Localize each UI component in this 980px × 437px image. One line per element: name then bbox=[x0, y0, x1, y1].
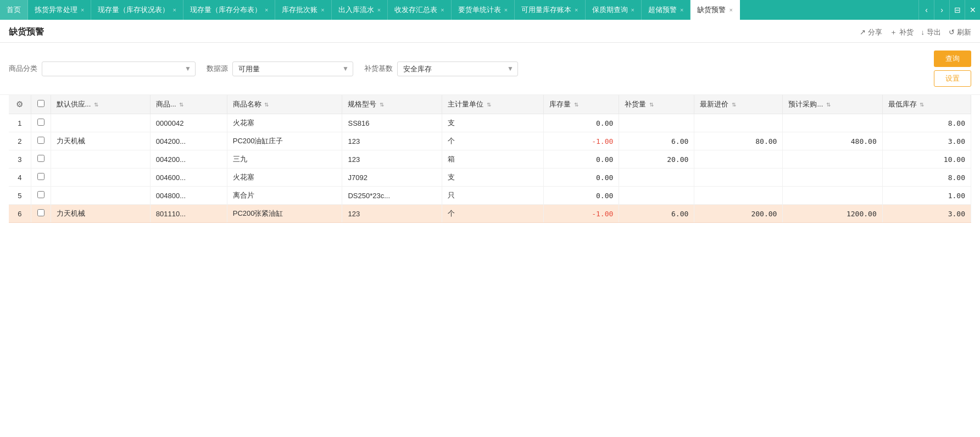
share-button[interactable]: ↗ 分享 bbox=[860, 27, 882, 37]
tab-overstock[interactable]: 超储预警 × bbox=[642, 0, 691, 20]
td-row-num: 5 bbox=[9, 187, 31, 205]
close-tab-recv-summary[interactable]: × bbox=[441, 7, 444, 13]
td-supplier bbox=[51, 187, 150, 205]
tab-nav-buttons: ‹ › ⊟ ✕ bbox=[918, 0, 980, 20]
th-supplier[interactable]: 默认供应... ⇅ bbox=[51, 95, 150, 114]
tab-scroll-prev[interactable]: ‹ bbox=[918, 0, 934, 20]
th-replenish-qty[interactable]: 补货量 ⇅ bbox=[619, 95, 694, 114]
th-unit[interactable]: 主计量单位 ⇅ bbox=[442, 95, 544, 114]
row-checkbox-0[interactable] bbox=[37, 119, 44, 126]
tab-scroll-next[interactable]: › bbox=[934, 0, 949, 20]
close-tab-shortage[interactable]: × bbox=[729, 7, 732, 13]
td-supplier bbox=[51, 169, 150, 187]
query-button[interactable]: 查询 bbox=[934, 51, 971, 67]
td-est-purchase bbox=[783, 187, 882, 205]
td-row-num: 3 bbox=[9, 150, 31, 169]
supplier-sort-icon: ⇅ bbox=[94, 102, 98, 108]
td-product-name: 三九 bbox=[227, 150, 342, 169]
data-table: ⚙ 默认供应... ⇅ 商品... ⇅ 商品名称 ⇅ bbox=[9, 95, 971, 223]
td-supplier bbox=[51, 114, 150, 132]
settings-button[interactable]: 设置 bbox=[934, 70, 971, 87]
replenish-base-select[interactable]: 安全库存 最低库存 bbox=[397, 61, 518, 76]
td-latest-price: 200.00 bbox=[694, 205, 783, 223]
td-row-num: 1 bbox=[9, 114, 31, 132]
tab-batch-account[interactable]: 库存批次账 × bbox=[275, 0, 331, 20]
close-tab-defect-handle[interactable]: × bbox=[81, 7, 84, 13]
table-row: 4 004600... 火花塞 J7092 支 0.00 8.00 bbox=[9, 169, 971, 187]
th-product-name[interactable]: 商品名称 ⇅ bbox=[227, 95, 342, 114]
td-spec: 123 bbox=[342, 132, 442, 150]
td-min-stock: 3.00 bbox=[882, 205, 971, 223]
tab-in-out-flow[interactable]: 出入库流水 × bbox=[332, 0, 388, 20]
table-header-row: ⚙ 默认供应... ⇅ 商品... ⇅ 商品名称 ⇅ bbox=[9, 95, 971, 114]
tab-restore[interactable]: ⊟ bbox=[949, 0, 965, 20]
close-tab-avail-ledger[interactable]: × bbox=[575, 7, 578, 13]
row-checkbox-1[interactable] bbox=[37, 137, 44, 144]
refresh-button[interactable]: ↺ 刷新 bbox=[949, 27, 971, 37]
td-stock: 0.00 bbox=[544, 114, 619, 132]
replenish-button[interactable]: ＋ 补货 bbox=[890, 27, 914, 37]
tab-order-stats[interactable]: 要货单统计表 × bbox=[452, 0, 515, 20]
tab-recv-summary[interactable]: 收发存汇总表 × bbox=[388, 0, 451, 20]
td-latest-price bbox=[694, 169, 783, 187]
tab-shortage[interactable]: 缺货预警 × bbox=[691, 0, 739, 20]
category-filter-group: 商品分类 ▼ bbox=[9, 61, 196, 76]
th-settings[interactable]: ⚙ bbox=[9, 95, 31, 114]
th-latest-price[interactable]: 最新进价 ⇅ bbox=[694, 95, 783, 114]
td-min-stock: 8.00 bbox=[882, 114, 971, 132]
td-unit: 支 bbox=[442, 114, 544, 132]
td-est-purchase: 1200.00 bbox=[783, 205, 882, 223]
th-spec[interactable]: 规格型号 ⇅ bbox=[342, 95, 442, 114]
table-row: 1 0000042 火花塞 SS816 支 0.00 8.00 bbox=[9, 114, 971, 132]
th-stock[interactable]: 库存量 ⇅ bbox=[544, 95, 619, 114]
row-checkbox-5[interactable] bbox=[37, 209, 44, 216]
tab-close-all[interactable]: ✕ bbox=[965, 0, 980, 20]
header-actions: ↗ 分享 ＋ 补货 ↓ 导出 ↺ 刷新 bbox=[860, 27, 972, 37]
td-checkbox[interactable] bbox=[31, 187, 51, 205]
td-checkbox[interactable] bbox=[31, 205, 51, 223]
table-row: 6 力天机械 801110... PC200张紧油缸 123 个 -1.00 6… bbox=[9, 205, 971, 223]
export-button[interactable]: ↓ 导出 bbox=[921, 27, 942, 37]
table-body: 1 0000042 火花塞 SS816 支 0.00 8.00 2 力天机械 0… bbox=[9, 114, 971, 223]
datasource-select[interactable]: 可用量 库存量 bbox=[232, 61, 353, 76]
td-supplier: 力天机械 bbox=[51, 132, 150, 150]
td-replenish-qty: 6.00 bbox=[619, 205, 694, 223]
td-checkbox[interactable] bbox=[31, 169, 51, 187]
select-all-checkbox[interactable] bbox=[37, 100, 44, 107]
td-latest-price bbox=[694, 114, 783, 132]
close-tab-inventory-status[interactable]: × bbox=[172, 7, 176, 13]
tab-expiry-query[interactable]: 保质期查询 × bbox=[586, 0, 642, 20]
td-checkbox[interactable] bbox=[31, 132, 51, 150]
close-tab-batch-account[interactable]: × bbox=[321, 7, 324, 13]
row-checkbox-3[interactable] bbox=[37, 173, 44, 180]
td-checkbox[interactable] bbox=[31, 114, 51, 132]
close-tab-overstock[interactable]: × bbox=[680, 7, 683, 13]
table-row: 2 力天机械 004200... PC200油缸庄子 123 个 -1.00 6… bbox=[9, 132, 971, 150]
td-est-purchase bbox=[783, 150, 882, 169]
th-est-purchase[interactable]: 预计采购... ⇅ bbox=[783, 95, 882, 114]
td-replenish-qty bbox=[619, 169, 694, 187]
tab-inventory-dist[interactable]: 现存量（库存分布表） × bbox=[183, 0, 275, 20]
close-tab-inventory-dist[interactable]: × bbox=[265, 7, 268, 13]
category-select[interactable] bbox=[42, 61, 196, 76]
td-spec: J7092 bbox=[342, 169, 442, 187]
td-min-stock: 10.00 bbox=[882, 150, 971, 169]
td-row-num: 6 bbox=[9, 205, 31, 223]
category-select-wrapper: ▼ bbox=[42, 61, 196, 76]
th-product-code[interactable]: 商品... ⇅ bbox=[150, 95, 227, 114]
tab-defect-handle[interactable]: 拣货异常处理 × bbox=[28, 0, 91, 20]
tab-inventory-status[interactable]: 现存量（库存状况表） × bbox=[91, 0, 183, 20]
td-product-code: 004800... bbox=[150, 187, 227, 205]
table-settings-icon[interactable]: ⚙ bbox=[16, 99, 23, 109]
td-checkbox[interactable] bbox=[31, 150, 51, 169]
tab-avail-ledger[interactable]: 可用量库存账本 × bbox=[515, 0, 585, 20]
close-tab-in-out-flow[interactable]: × bbox=[377, 7, 381, 13]
row-checkbox-2[interactable] bbox=[37, 155, 44, 162]
row-checkbox-4[interactable] bbox=[37, 191, 44, 198]
td-unit: 个 bbox=[442, 132, 544, 150]
close-tab-order-stats[interactable]: × bbox=[504, 7, 508, 13]
tab-home[interactable]: 首页 bbox=[0, 0, 28, 20]
th-min-stock[interactable]: 最低库存 ⇅ bbox=[882, 95, 971, 114]
close-tab-expiry-query[interactable]: × bbox=[631, 7, 634, 13]
td-product-code: 004200... bbox=[150, 132, 227, 150]
